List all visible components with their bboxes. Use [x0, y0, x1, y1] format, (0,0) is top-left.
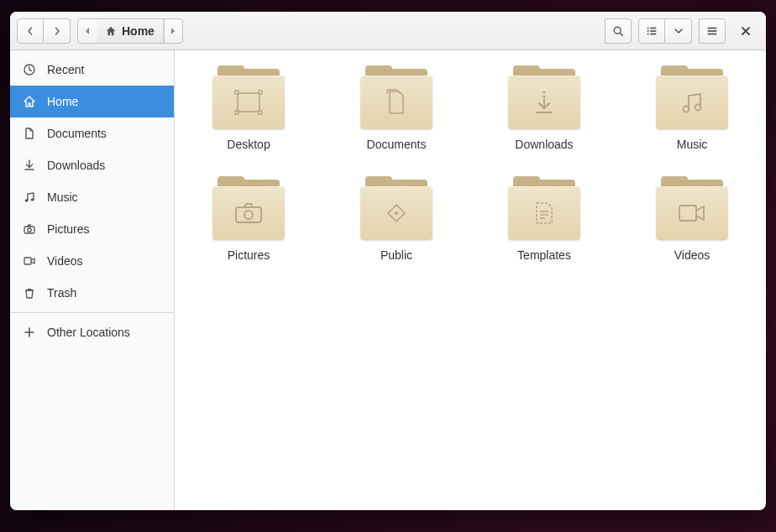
svg-point-24: [543, 91, 546, 94]
path-prev-button[interactable]: [78, 19, 97, 43]
video-glyph-icon: [677, 202, 707, 224]
svg-rect-17: [24, 258, 31, 264]
triangle-left-icon: [84, 27, 91, 35]
sidebar-item-documents[interactable]: Documents: [10, 117, 174, 149]
toolbar-search-group: [605, 18, 632, 44]
headerbar: Home: [10, 12, 766, 50]
chevron-left-icon: [26, 27, 34, 35]
folder-icon: [508, 65, 580, 131]
svg-rect-23: [259, 111, 262, 114]
svg-rect-19: [238, 93, 260, 112]
breadcrumb-home[interactable]: Home: [97, 19, 164, 43]
svg-rect-4: [648, 30, 649, 32]
path-next-button[interactable]: [164, 19, 182, 43]
sidebar-item-label: Other Locations: [47, 326, 130, 339]
folder-music[interactable]: Music: [637, 65, 747, 151]
folder-label: Desktop: [227, 138, 270, 151]
template-glyph-icon: [533, 200, 555, 227]
svg-rect-9: [708, 30, 717, 32]
folder-icon: [212, 176, 285, 242]
folder-templates[interactable]: Templates: [490, 176, 599, 262]
download-icon: [23, 159, 36, 172]
trash-icon: [23, 286, 36, 300]
chevron-right-icon: [53, 27, 61, 35]
home-icon: [23, 95, 36, 108]
svg-point-13: [25, 199, 29, 202]
list-view-button[interactable]: [638, 18, 665, 44]
svg-rect-2: [648, 27, 649, 29]
svg-rect-10: [708, 33, 717, 34]
sidebar-item-music[interactable]: Music: [10, 181, 174, 213]
svg-rect-3: [650, 27, 656, 29]
view-options-button[interactable]: [665, 18, 692, 44]
sidebar-item-trash[interactable]: Trash: [10, 277, 174, 309]
sidebar-item-pictures[interactable]: Pictures: [10, 213, 174, 245]
folder-label: Downloads: [515, 138, 573, 151]
forward-button[interactable]: [44, 18, 71, 44]
sidebar-item-label: Home: [47, 95, 78, 108]
document-icon: [23, 127, 36, 140]
sidebar-item-label: Documents: [47, 127, 107, 140]
sidebar-item-other-locations[interactable]: Other Locations: [10, 316, 174, 348]
sidebar: Recent Home Documents Downloads Music Pi: [10, 50, 175, 510]
folder-videos[interactable]: Videos: [637, 176, 747, 262]
svg-rect-6: [648, 33, 649, 34]
download-glyph-icon: [533, 89, 555, 116]
svg-rect-35: [679, 206, 696, 221]
sidebar-item-label: Videos: [47, 254, 83, 268]
desktop-glyph-icon: [234, 90, 263, 115]
video-icon: [23, 254, 36, 268]
svg-point-25: [543, 96, 546, 98]
music-icon: [23, 190, 36, 204]
folder-label: Music: [677, 138, 708, 151]
hamburger-icon: [706, 25, 718, 37]
list-icon: [646, 25, 658, 37]
camera-glyph-icon: [233, 201, 264, 225]
back-button[interactable]: [17, 18, 44, 44]
sidebar-item-recent[interactable]: Recent: [10, 54, 174, 86]
sidebar-item-label: Trash: [47, 286, 76, 300]
plus-icon: [24, 326, 35, 338]
svg-rect-20: [235, 91, 239, 94]
svg-rect-8: [708, 27, 717, 29]
clock-icon: [23, 63, 36, 76]
home-icon: [105, 25, 117, 37]
sidebar-separator: [10, 312, 174, 313]
close-button[interactable]: [732, 18, 759, 44]
path-bar: Home: [77, 18, 183, 44]
chevron-down-icon: [674, 27, 683, 35]
search-button[interactable]: [605, 18, 632, 44]
folder-icon: [656, 176, 728, 242]
folder-downloads[interactable]: Downloads: [490, 65, 599, 151]
folder-icon: [212, 65, 285, 131]
folder-label: Templates: [517, 248, 571, 262]
folder-desktop[interactable]: Desktop: [194, 65, 303, 151]
hamburger-menu-button[interactable]: [699, 18, 726, 44]
folder-grid: Desktop Documents: [191, 65, 749, 262]
sidebar-item-videos[interactable]: Videos: [10, 245, 174, 277]
triangle-right-icon: [170, 27, 176, 35]
public-glyph-icon: [383, 200, 410, 227]
sidebar-item-label: Recent: [47, 63, 84, 76]
sidebar-item-downloads[interactable]: Downloads: [10, 149, 174, 181]
folder-public[interactable]: Public: [342, 176, 451, 262]
sidebar-item-home[interactable]: Home: [10, 86, 174, 117]
folder-label: Pictures: [228, 248, 270, 262]
music-glyph-icon: [679, 89, 705, 116]
content-area[interactable]: Desktop Documents: [175, 50, 766, 510]
folder-icon: [360, 176, 433, 242]
svg-rect-21: [259, 91, 262, 94]
svg-line-1: [620, 33, 622, 35]
folder-label: Public: [380, 248, 412, 262]
document-glyph-icon: [384, 88, 409, 117]
folder-icon: [656, 65, 728, 131]
folder-documents[interactable]: Documents: [342, 65, 451, 151]
svg-rect-5: [650, 30, 656, 32]
menu-group: [699, 18, 726, 44]
file-manager-window: Home: [10, 12, 766, 510]
svg-rect-22: [235, 111, 239, 114]
folder-pictures[interactable]: Pictures: [194, 176, 303, 262]
folder-icon: [508, 176, 580, 242]
folder-label: Videos: [674, 248, 710, 262]
folder-label: Documents: [367, 138, 427, 151]
